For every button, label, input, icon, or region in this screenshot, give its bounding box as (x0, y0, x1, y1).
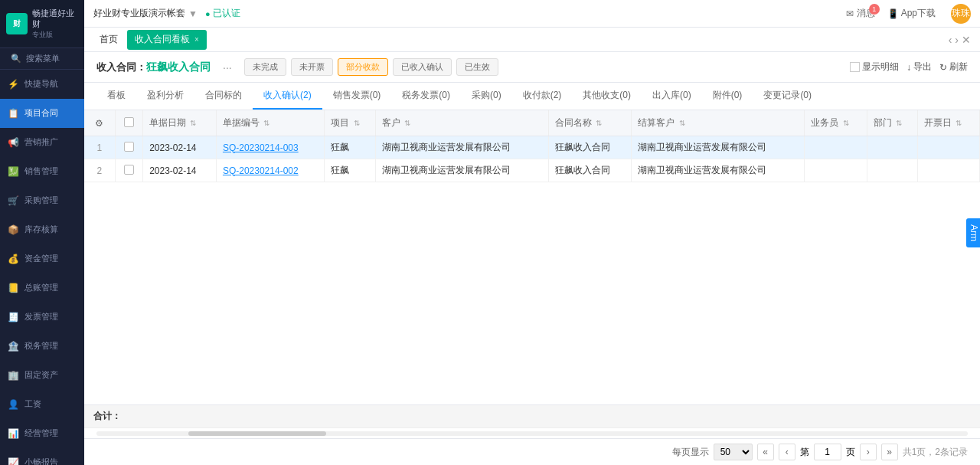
sidebar-item-project-contract[interactable]: 📋 项目合同 (0, 99, 84, 128)
tab-tax-invoice[interactable]: 税务发票(0) (391, 83, 461, 110)
tab-contract-standards[interactable]: 合同标的 (194, 83, 253, 110)
tab-next-btn[interactable]: › (955, 34, 959, 46)
checkbox-col-header[interactable] (115, 110, 143, 136)
checkbox-cell[interactable] (115, 159, 143, 182)
sidebar-item-funds[interactable]: 💰 资金管理 (0, 244, 84, 273)
sidebar-item-label: 工资 (24, 398, 41, 410)
next-page-btn[interactable]: › (860, 444, 877, 460)
current-page-input[interactable] (814, 444, 841, 460)
sidebar-item-marketing[interactable]: 📢 营销推广 (0, 128, 84, 157)
tab-payment[interactable]: 收付款(2) (512, 83, 573, 110)
tab-change-log[interactable]: 变更记录(0) (753, 83, 822, 110)
show-detail-checkbox[interactable] (850, 62, 860, 72)
sidebar-item-purchase[interactable]: 🛒 采购管理 (0, 186, 84, 215)
tab-kanban[interactable]: 看板 (96, 83, 136, 110)
last-page-btn[interactable]: » (881, 444, 898, 460)
tab-attachments[interactable]: 附件(0) (702, 83, 753, 110)
tab-other-receipt[interactable]: 其他收支(0) (572, 83, 642, 110)
message-btn[interactable]: ✉ 1 消息 (846, 7, 875, 20)
tab-close-icon[interactable]: × (194, 35, 199, 44)
row-checkbox[interactable] (124, 165, 134, 175)
doc-number-col-header[interactable]: 单据编号 ⇅ (216, 110, 324, 136)
project-col-header[interactable]: 项目 ⇅ (325, 110, 375, 136)
search-menu[interactable]: 🔍 搜索菜单 (0, 48, 84, 70)
app-download-btn[interactable]: 📱 App下载 (887, 7, 936, 20)
horizontal-scrollbar[interactable] (84, 427, 980, 438)
doc-number-link[interactable]: SQ-20230214-002 (223, 165, 299, 176)
show-detail-btn[interactable]: 显示明细 (850, 61, 899, 74)
operation-icon: 📊 (6, 427, 20, 440)
sort-icon: ⇅ (404, 119, 410, 127)
tab-home[interactable]: 首页 (93, 30, 124, 50)
sidebar-item-quick-nav[interactable]: ⚡ 快捷导航 (0, 70, 84, 99)
scroll-track[interactable] (96, 431, 968, 436)
per-page-select[interactable]: 20 50 100 (714, 444, 753, 460)
quick-nav-icon: ⚡ (6, 77, 20, 91)
doc-date-cell: 2023-02-14 (143, 159, 217, 182)
salesperson-col-header[interactable]: 业务员 ⇅ (805, 110, 867, 136)
home-label: 首页 (100, 33, 118, 46)
doc-date-col-header[interactable]: 单据日期 ⇅ (143, 110, 217, 136)
prev-page-btn[interactable]: ‹ (779, 444, 795, 460)
sidebar-item-reports[interactable]: 📈 小畅报告 (0, 448, 84, 465)
export-icon: ↓ (906, 62, 911, 73)
customer-col-header[interactable]: 客户 ⇅ (375, 110, 548, 136)
doc-number-cell[interactable]: SQ-20230214-003 (216, 136, 324, 159)
tab-profit-analysis[interactable]: 盈利分析 (136, 83, 194, 110)
sidebar-item-general-ledger[interactable]: 📒 总账管理 (0, 273, 84, 303)
sidebar-item-tax[interactable]: 🏦 税务管理 (0, 332, 84, 361)
project-cell: 狂飙 (325, 136, 375, 159)
status-not-complete[interactable]: 未完成 (244, 58, 286, 76)
select-all-checkbox[interactable] (124, 117, 134, 127)
settings-col-header[interactable]: ⚙ (84, 110, 115, 136)
tab-close-all-btn[interactable]: ✕ (962, 34, 971, 46)
company-dropdown-arrow: ▼ (188, 8, 198, 19)
sidebar-item-operation[interactable]: 📊 经营管理 (0, 419, 84, 448)
tab-income-contract[interactable]: 收入合同看板 × (127, 30, 207, 50)
sidebar-item-label: 总账管理 (24, 282, 58, 293)
status-not-invoiced[interactable]: 未开票 (291, 58, 333, 76)
export-btn[interactable]: ↓ 导出 (906, 61, 932, 74)
refresh-icon: ↻ (939, 62, 947, 73)
more-options-btn[interactable]: ··· (223, 61, 232, 74)
right-float-btn[interactable]: Arm (966, 218, 980, 247)
sort-icon: ⇅ (843, 119, 849, 127)
tab-label: 收入合同看板 (135, 33, 190, 46)
row-checkbox[interactable] (124, 142, 134, 152)
verified-text: 已认证 (213, 7, 240, 20)
refresh-btn[interactable]: ↻ 刷新 (939, 61, 968, 74)
tab-prev-btn[interactable]: ‹ (949, 34, 952, 46)
status-confirmed[interactable]: 已收入确认 (393, 58, 452, 76)
sidebar-item-invoices[interactable]: 🧾 发票管理 (0, 303, 84, 332)
doc-number-link[interactable]: SQ-20230214-003 (223, 142, 299, 153)
tab-out-warehouse[interactable]: 出入库(0) (642, 83, 702, 110)
doc-date2-col-header[interactable]: 开票日 ⇅ (917, 110, 979, 136)
scroll-thumb[interactable] (188, 431, 326, 436)
tab-sales-invoice[interactable]: 销售发票(0) (322, 83, 392, 110)
hr-icon: 👤 (6, 398, 20, 411)
sidebar-item-label: 固定资产 (24, 369, 58, 381)
sidebar-item-label: 营销推广 (24, 136, 58, 148)
topbar: 好业财专业版演示帐套 ▼ 已认证 ✉ 1 消息 📱 App下载 珠珠 (84, 0, 980, 28)
table-row[interactable]: 1 2023-02-14 SQ-20230214-003 狂飙 湖南卫视商业运营… (84, 136, 980, 159)
department-col-header[interactable]: 部门 ⇅ (867, 110, 917, 136)
pagination: 每页显示 20 50 100 « ‹ 第 页 › » 共1页，2条记录 (84, 438, 980, 465)
contract-name-col-header[interactable]: 合同名称 ⇅ (548, 110, 632, 136)
tab-purchase[interactable]: 采购(0) (461, 83, 512, 110)
sidebar-item-inventory[interactable]: 📦 库存核算 (0, 215, 84, 244)
sidebar-item-hr[interactable]: 👤 工资 (0, 390, 84, 419)
table-row[interactable]: 2 2023-02-14 SQ-20230214-002 狂飙 湖南卫视商业运营… (84, 159, 980, 182)
company-selector[interactable]: 好业财专业版演示帐套 ▼ (93, 7, 198, 20)
status-partial-received[interactable]: 部分收款 (338, 58, 388, 76)
doc-number-cell[interactable]: SQ-20230214-002 (216, 159, 324, 182)
checkbox-cell[interactable] (115, 136, 143, 159)
tab-income-confirm[interactable]: 收入确认(2) (253, 83, 322, 110)
sidebar-item-label: 发票管理 (24, 311, 58, 323)
user-btn[interactable]: 珠珠 (948, 4, 971, 24)
sidebar-item-fixed-assets[interactable]: 🏢 固定资产 (0, 361, 84, 390)
sidebar-item-sales[interactable]: 💹 销售管理 (0, 157, 84, 186)
status-effective[interactable]: 已生效 (456, 58, 498, 76)
billing-customer-col-header[interactable]: 结算客户 ⇅ (632, 110, 805, 136)
first-page-btn[interactable]: « (757, 444, 774, 460)
app-logo: 财 畅捷通好业财 专业版 (0, 0, 84, 48)
